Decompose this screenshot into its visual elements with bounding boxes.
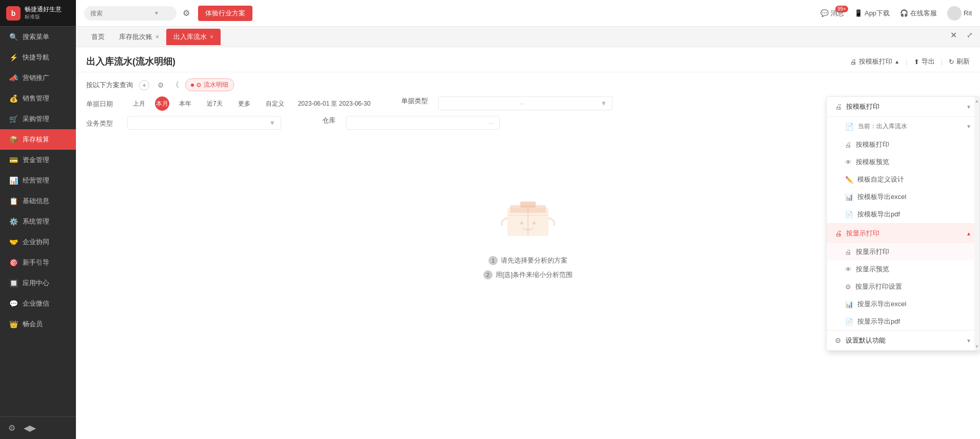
tab-batch[interactable]: 库存批次账 × xyxy=(112,29,166,45)
top-right-actions: 💬 消息 99+ 📱 App下载 🎧 在线客服 Rit xyxy=(820,6,972,21)
sidebar-item-label: 企业微信 xyxy=(23,299,49,308)
sidebar-item-business[interactable]: 📊 经营管理 xyxy=(0,170,76,191)
sidebar-item-inventory[interactable]: 📦 库存核算 xyxy=(0,129,76,150)
warehouse-select[interactable]: ··· xyxy=(346,116,500,130)
tab-right-controls: ✕ ⤢ xyxy=(947,29,976,41)
dropdown-template-export-excel[interactable]: 📊 按模板导出excel xyxy=(827,188,979,206)
sidebar-item-sales[interactable]: 💰 销售管理 xyxy=(0,88,76,109)
search-dropdown-icon[interactable]: ▼ xyxy=(154,10,159,16)
dropdown-template-export-pdf[interactable]: 📄 按模板导出pdf xyxy=(827,206,979,223)
sidebar-item-marketing[interactable]: 📣 营销推广 xyxy=(0,68,76,88)
sidebar-item-system[interactable]: ⚙️ 系统管理 xyxy=(0,211,76,232)
business-type-select[interactable]: ▼ xyxy=(127,116,281,130)
sidebar-item-cooperation[interactable]: 🤝 企业协同 xyxy=(0,232,76,252)
dropdown-display-preview[interactable]: 👁 按显示预览 xyxy=(827,261,979,278)
date-btn-this-year[interactable]: 本年 xyxy=(173,97,197,111)
receipt-type-more-icon[interactable]: ··· xyxy=(519,99,525,107)
date-btn-this-month[interactable]: 本月 xyxy=(155,96,169,111)
tab-home[interactable]: 首页 xyxy=(84,29,112,45)
sidebar-item-purchase[interactable]: 🛒 采购管理 xyxy=(0,109,76,129)
tab-batch-close-icon[interactable]: × xyxy=(155,33,159,41)
tab-batch-label: 库存批次账 xyxy=(119,32,152,42)
sidebar-item-label: 畅会员 xyxy=(23,320,43,329)
top-search-area: ▼ ⚙ 体验行业方案 xyxy=(84,6,820,21)
receipt-type-select[interactable]: ··· ▼ xyxy=(438,96,613,110)
action-divider2: | xyxy=(941,58,943,66)
user-profile-action[interactable]: Rit xyxy=(947,6,972,21)
dropdown-default-function[interactable]: ⚙ 设置默认功能 ▼ xyxy=(827,331,979,350)
cooperation-icon: 🤝 xyxy=(8,237,18,247)
dropdown-current-template[interactable]: 📄 当前：出入库流水 ▼ xyxy=(827,117,979,136)
top-search-box[interactable]: ▼ xyxy=(84,6,177,21)
dropdown-display-export-pdf[interactable]: 📄 按显示导出pdf xyxy=(827,313,979,330)
tab-window-expand-button[interactable]: ⤢ xyxy=(964,29,976,41)
dropdown-display-export-excel[interactable]: 📊 按显示导出excel xyxy=(827,295,979,313)
finance-icon: 💳 xyxy=(8,155,18,165)
sidebar-item-basic[interactable]: 📋 基础信息 xyxy=(0,191,76,211)
empty-hint-1: 1 请先选择要分析的方案 xyxy=(488,256,567,265)
tab-flow-close-icon[interactable]: × xyxy=(210,33,213,41)
filter-settings-icon[interactable]: ⚙ xyxy=(155,80,166,90)
dropdown-display-print-header[interactable]: 🖨 按显示打印 ▲ xyxy=(827,224,979,243)
sidebar-nav: 🔍 搜索菜单 ⚡ 快捷导航 📣 营销推广 💰 销售管理 🛒 采购管理 📦 库存核… xyxy=(0,27,76,416)
tab-bar: 首页 库存批次账 × 出入库流水 × ✕ ⤢ xyxy=(76,27,980,47)
sidebar-item-label: 系统管理 xyxy=(23,217,49,226)
sidebar-toggle-icon[interactable]: ◀▶ xyxy=(24,423,36,433)
header-gear-icon[interactable]: ⚙ xyxy=(183,8,190,18)
display-excel-icon: 📊 xyxy=(845,301,853,308)
date-btn-custom[interactable]: 自定义 xyxy=(260,97,290,111)
sidebar-item-finance[interactable]: 💳 资金管理 xyxy=(0,150,76,170)
export-label: 导出 xyxy=(922,57,935,66)
date-btn-last-month[interactable]: 上月 xyxy=(127,97,151,111)
dropdown-template-preview[interactable]: 👁 按模板预览 xyxy=(827,153,979,171)
template-print-expand-icon: ▼ xyxy=(966,104,971,110)
dropdown-display-print[interactable]: 🖨 按显示打印 xyxy=(827,243,979,261)
guide-icon: 🎯 xyxy=(8,257,18,268)
scroll-down-arrow[interactable]: ▼ xyxy=(974,344,979,349)
sub-excel-label: 按模板导出excel xyxy=(857,192,906,202)
hint-text-2: 用[选]条件来缩小分析范围 xyxy=(496,270,573,280)
print-template-button[interactable]: 🖨 按模板打印 ▲ xyxy=(850,57,899,66)
refresh-button[interactable]: ↻ 刷新 xyxy=(949,57,970,66)
sidebar-bottom: ⚙ ◀▶ xyxy=(0,416,76,439)
online-service-action[interactable]: 🎧 在线客服 xyxy=(900,9,937,18)
dropdown-template-customize[interactable]: ✏️ 模板自定义设计 xyxy=(827,171,979,188)
page-title: 出入库流水(流水明细) xyxy=(86,55,175,68)
marketing-icon: 📣 xyxy=(8,73,18,83)
inventory-icon: 📦 xyxy=(8,134,18,145)
default-func-expand-icon: ▼ xyxy=(966,338,971,344)
brand-name: 畅捷通好生意 xyxy=(25,6,62,14)
industry-solution-button[interactable]: 体验行业方案 xyxy=(198,6,252,21)
tab-home-label: 首页 xyxy=(91,32,105,42)
filter-tag-icon: ⚙ xyxy=(196,82,202,89)
sidebar-item-wechat[interactable]: 💬 企业微信 xyxy=(0,293,76,314)
add-filter-button[interactable]: + xyxy=(139,80,149,90)
business-type-dropdown-icon[interactable]: ▼ xyxy=(269,119,276,127)
scroll-up-arrow[interactable]: ▲ xyxy=(974,98,979,104)
filter-collapse-icon[interactable]: 《 xyxy=(172,81,179,90)
tab-flow[interactable]: 出入库流水 × xyxy=(166,29,221,45)
sidebar-item-app-center[interactable]: 🔲 应用中心 xyxy=(0,273,76,293)
sidebar-item-quick-nav[interactable]: ⚡ 快捷导航 xyxy=(0,47,76,68)
dropdown-template-print-sub[interactable]: 🖨 按模板打印 xyxy=(827,136,979,153)
date-btn-7days[interactable]: 近7天 xyxy=(201,97,228,111)
sidebar-item-guide[interactable]: 🎯 新手引导 xyxy=(0,252,76,273)
sidebar-item-search[interactable]: 🔍 搜索菜单 xyxy=(0,27,76,47)
tab-window-close-button[interactable]: ✕ xyxy=(947,29,959,41)
sidebar-item-member[interactable]: 👑 畅会员 xyxy=(0,314,76,334)
app-download-action[interactable]: 📱 App下载 xyxy=(854,9,890,18)
export-button[interactable]: ⬆ 导出 xyxy=(914,57,935,66)
sub-pdf-icon: 📄 xyxy=(845,211,853,218)
display-print-section-label: 按显示打印 xyxy=(846,229,879,238)
headset-icon: 🎧 xyxy=(900,9,908,17)
message-action[interactable]: 💬 消息 99+ xyxy=(820,9,844,18)
logo-icon: b xyxy=(6,6,21,21)
print-icon: 🖨 xyxy=(850,58,857,66)
date-btn-more[interactable]: 更多 xyxy=(232,97,256,111)
settings-bottom-icon[interactable]: ⚙ xyxy=(8,423,15,433)
warehouse-more-icon[interactable]: ··· xyxy=(488,119,494,127)
search-input[interactable] xyxy=(90,10,152,17)
receipt-type-dropdown-icon[interactable]: ▼ xyxy=(600,99,607,107)
dropdown-template-print-header[interactable]: 🖨 按模板打印 ▼ xyxy=(827,97,979,116)
dropdown-display-print-settings[interactable]: ⚙ 按显示打印设置 xyxy=(827,278,979,295)
